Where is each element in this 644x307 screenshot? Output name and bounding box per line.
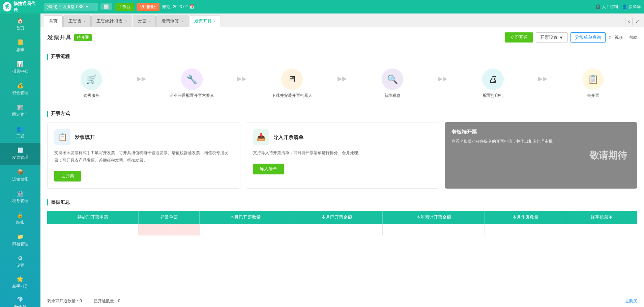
sidebar-item-invoice-mgmt[interactable]: 🧾 发票管理: [0, 143, 40, 165]
logo-icon: 畅: [3, 2, 11, 11]
goto-buy-link[interactable]: 去购买: [625, 298, 637, 304]
import-invoice-card: 📥 导入开票清单 支持导入待开票清单，可对待开票清单进行拆分、合并处理。 导入清…: [246, 122, 439, 189]
boss-invoice-watermark: 敬请期待: [589, 149, 627, 162]
help-video-label[interactable]: 视频: [615, 35, 623, 40]
summary-section: 票据汇总 待处理开票申请 异常单票 本月已开票数量 本月已开票金额 本年累计开票…: [40, 199, 644, 241]
help-label[interactable]: 帮助: [629, 35, 637, 40]
open-now-button[interactable]: 立即开通: [505, 32, 533, 43]
step-enterprise-setup[interactable]: 🔧 企业开通配置开票六要素: [148, 68, 236, 99]
tab-area-actions: × ⤢: [625, 18, 644, 27]
step-add-taxbox[interactable]: 🔍 新增税盘: [348, 68, 437, 99]
page-header-actions: 立即开通 开票设置 ▼ 异常单单查询 ⚙ 视频 | 帮助: [505, 32, 637, 43]
tab-salary-report-label: 工资统计报表: [96, 18, 123, 24]
tab-invoice-calc-close[interactable]: ×: [181, 19, 183, 23]
sidebar-item-tax[interactable]: 🏦 税务管理: [0, 186, 40, 208]
tab-salary-label: 工资表: [68, 18, 82, 24]
tab-salary-close[interactable]: ×: [84, 19, 86, 23]
add-taxbox-label: 新增税盘: [384, 93, 401, 99]
sidebar-item-archive[interactable]: 📁 归档管理: [0, 229, 40, 251]
manual-invoice-desc: 支持按照发票样式手工填写开发票；可开具增值税电子普通发票、增值税普通发票、增值税…: [54, 149, 233, 164]
sidebar-item-new-guide[interactable]: 🌟 新手引导: [0, 273, 40, 293]
close-tab-btn[interactable]: ×: [625, 18, 633, 25]
switch-old-button[interactable]: 切到旧版: [137, 3, 159, 11]
invoice-mgmt-icon: 🧾: [17, 147, 24, 154]
sidebar: 畅 畅捷通易代账 🏠 首页 📒 总账 📊 报表中心 💰 资金管理 🏢 固定资产 …: [0, 0, 40, 307]
buy-service-icon: 🛒: [81, 68, 102, 90]
sidebar-label-closing: 结账: [16, 220, 24, 225]
step-download-robot[interactable]: 🖥 下载并安装开票机器人: [248, 68, 336, 99]
sidebar-item-reports[interactable]: 📊 报表中心: [0, 57, 40, 78]
billing-methods-section: 开票方式 📋 发票填开 支持按照发票样式手工填写开发票；可开具增值税电子普通发票…: [40, 111, 644, 199]
import-list-button[interactable]: 导入清单: [253, 164, 284, 174]
sidebar-item-assets[interactable]: 🏢 固定资产: [0, 100, 40, 121]
tab-invoice-close[interactable]: ×: [149, 19, 151, 23]
abnormal-query-button[interactable]: 异常单单查询: [570, 32, 606, 43]
boss-invoice-desc: 查看老板端小程序提交的开票申请，并作出相应处理审批: [451, 138, 631, 145]
workbench-button[interactable]: 工作台: [115, 3, 134, 11]
company-dropdown-icon: ▼: [85, 4, 89, 9]
tab-salary[interactable]: 工资表 ×: [63, 16, 91, 27]
footer-info: 剩余可开通数量：0 已开通数量：0: [47, 298, 120, 304]
headset-icon: 🎧: [595, 4, 601, 9]
purchase-sales-icon: 📦: [17, 169, 24, 175]
restore-tab-btn[interactable]: ⤢: [634, 18, 641, 25]
sidebar-item-member[interactable]: 💎 畅会员: [0, 293, 40, 307]
tab-invoice-tool-close[interactable]: ×: [214, 19, 216, 23]
open-settings-button[interactable]: 开票设置 ▼: [536, 32, 568, 43]
boss-invoice-title: 老板端开票: [451, 129, 631, 135]
sidebar-item-general-ledger[interactable]: 📒 总账: [0, 35, 40, 57]
step-config-printer[interactable]: 🖨 配置打印机: [449, 68, 537, 99]
calendar-icon[interactable]: 📅: [189, 4, 194, 9]
billing-process-title: 开票流程: [47, 54, 637, 60]
copy-button[interactable]: ⬜: [100, 3, 112, 10]
tab-invoice-calc-label: 发票测算: [162, 18, 179, 24]
tab-invoice-calc[interactable]: 发票测算 ×: [156, 16, 188, 27]
sidebar-label-settings: 设置: [16, 263, 24, 269]
summary-title: 票据汇总: [47, 199, 637, 205]
salary-icon: 👥: [17, 125, 24, 132]
sidebar-item-settings[interactable]: ⚙ 设置: [0, 251, 40, 273]
tab-salary-report[interactable]: 工资统计报表 ×: [91, 16, 132, 27]
sidebar-item-home[interactable]: 🏠 首页: [0, 13, 40, 35]
add-taxbox-icon: 🔍: [382, 68, 403, 90]
step-buy-service[interactable]: 🛒 购买服务: [47, 68, 136, 99]
sidebar-label-fund: 资金管理: [12, 90, 28, 96]
user-profile[interactable]: 👤 徐泽华: [622, 4, 641, 10]
tab-invoice-tool[interactable]: 发票开具 ×: [189, 16, 221, 27]
help-divider: |: [625, 35, 626, 40]
go-invoice-button[interactable]: 去开票: [54, 171, 81, 182]
sidebar-label-reports: 报表中心: [12, 68, 28, 74]
tab-home[interactable]: 首页: [44, 16, 63, 27]
step-start-invoice[interactable]: 📋 去开票: [549, 68, 637, 99]
ledger-icon: 📒: [17, 39, 24, 46]
settings-icon: ⚙: [18, 255, 23, 261]
sidebar-item-closing[interactable]: 🔒 结账: [0, 208, 40, 229]
cell-red-note: --: [566, 224, 637, 235]
topbar-right: 🎧 人工咨询 👤 徐泽华: [595, 4, 641, 10]
company-selector[interactable]: (勾到) 江西服堂-LSS ▼: [44, 3, 98, 11]
col-header-pending: 待处理开票申请: [47, 211, 139, 224]
step-arrow-2: ▶▶: [237, 75, 246, 82]
sidebar-item-salary[interactable]: 👥 工资: [0, 121, 40, 143]
cell-year-amount: --: [383, 224, 485, 235]
summary-table-header-row: 待处理开票申请 异常单票 本月已开票数量 本月已开票金额 本年累计开票金额 本月…: [47, 211, 637, 224]
home-icon: 🏠: [17, 18, 24, 24]
sidebar-bottom: 🌟 新手引导 💎 畅会员 📌 取消固定: [0, 273, 40, 307]
sidebar-item-fund[interactable]: 💰 资金管理: [0, 78, 40, 100]
download-robot-icon: 🖥: [281, 68, 303, 90]
tab-invoice-tool-label: 发票开具: [194, 18, 212, 24]
tab-salary-report-close[interactable]: ×: [125, 19, 127, 23]
cell-pending[interactable]: --: [47, 224, 139, 235]
sidebar-item-purchase-sales[interactable]: 📦 进销台账: [0, 165, 40, 186]
boss-invoice-card: 老板端开票 查看老板端小程序提交的开票申请，并作出相应处理审批 敬请期待: [445, 122, 637, 189]
topbar: (勾到) 江西服堂-LSS ▼ ⬜ 工作台 切到旧版 账期 2023-02 📅 …: [40, 0, 644, 13]
new-guide-icon: 🌟: [17, 276, 24, 282]
settings-dropdown-icon: ▼: [559, 35, 563, 40]
tab-invoice[interactable]: 发票 ×: [133, 16, 156, 27]
remaining-label: 剩余可开通数量：0: [47, 299, 82, 303]
service-button[interactable]: 🎧 人工咨询: [595, 4, 618, 10]
archive-icon: 📁: [17, 233, 24, 240]
status-badge: 待开通: [74, 34, 92, 41]
closing-icon: 🔒: [17, 212, 24, 218]
cell-abnormal[interactable]: --: [139, 224, 199, 235]
